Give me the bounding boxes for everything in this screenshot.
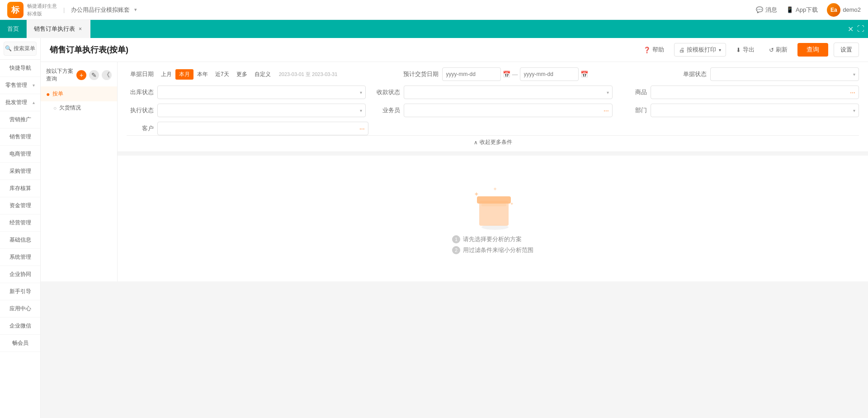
- refresh-btn[interactable]: ↺ 刷新: [764, 43, 792, 56]
- sidebar-label-inventory: 库存核算: [9, 185, 31, 192]
- tab-home[interactable]: 首页: [0, 20, 27, 38]
- dept-field: 部门 ▾: [620, 104, 859, 117]
- sidebar-item-member[interactable]: 畅会员: [0, 335, 40, 352]
- tab-sales-order[interactable]: 销售订单执行表 ×: [27, 20, 90, 38]
- svg-text:✦: ✦: [510, 201, 514, 206]
- exec-status-select[interactable]: [157, 104, 366, 117]
- sidebar-item-wholesale[interactable]: 批发管理 ▴: [0, 94, 40, 111]
- export-icon: ⬇: [736, 47, 741, 53]
- collapse-btn[interactable]: ∧ 收起更多条件: [127, 135, 859, 149]
- sidebar-label-sales: 销售管理: [9, 133, 31, 141]
- left-panel-layout: 按以下方案查询 + ✎ 《 ● 按单 ○ 欠货情况: [41, 62, 868, 281]
- calendar-icon-end[interactable]: 📅: [580, 71, 588, 78]
- sidebar-item-ecom[interactable]: 电商管理: [0, 146, 40, 163]
- out-status-select[interactable]: [157, 86, 366, 99]
- single-status-field: 单据状态 ▾: [679, 67, 859, 81]
- tab-close-btn[interactable]: ✕: [848, 25, 854, 33]
- app-download-btn[interactable]: 📱 App下载: [786, 6, 818, 14]
- sidebar-label-wholesale: 批发管理: [5, 99, 27, 106]
- date-tab-this-year[interactable]: 本年: [193, 69, 212, 80]
- salesperson-input[interactable]: [404, 104, 612, 117]
- filter-row-3: 执行状态 ▾ 业务员: [127, 104, 859, 117]
- sidebar-label-newguide: 新手引导: [9, 288, 31, 295]
- payment-status-select[interactable]: [404, 86, 612, 99]
- print-btn[interactable]: 🖨 按模板打印 ▾: [674, 43, 726, 57]
- tab-close-icon[interactable]: ×: [78, 25, 83, 33]
- sidebar-search-area: 🔍 搜索菜单: [0, 38, 40, 60]
- sidebar-item-quick-nav[interactable]: 快捷导航: [0, 60, 40, 77]
- exec-status-field: 执行状态 ▾: [127, 104, 366, 117]
- filter-row-1: 单据日期 上月 本月 本年 近7天 更多 自定义: [127, 67, 859, 81]
- dept-select[interactable]: [651, 104, 859, 117]
- empty-tip-text-1: 请先选择要分析的方案: [463, 235, 522, 243]
- scheme-add-btn[interactable]: +: [76, 70, 86, 80]
- tip-num-1: 1: [452, 235, 460, 243]
- user-profile[interactable]: Ea demo2: [827, 3, 861, 17]
- scheme-sub-debt[interactable]: ○ 欠货情况: [41, 101, 117, 114]
- date-tab-7days[interactable]: 近7天: [212, 69, 233, 80]
- empty-illustration: ✦ ✦ ✦: [470, 183, 515, 228]
- dept-control: ▾: [651, 104, 859, 117]
- date-tab-custom[interactable]: 自定义: [251, 69, 274, 80]
- sidebar-item-corpwechat[interactable]: 企业微信: [0, 318, 40, 335]
- retail-arrow-icon: ▾: [33, 83, 35, 88]
- sidebar-label-appcenter: 应用中心: [9, 305, 31, 313]
- nav-chevron-icon[interactable]: ▾: [134, 7, 137, 13]
- scheme-panel: 按以下方案查询 + ✎ 《 ● 按单 ○ 欠货情况: [41, 62, 118, 281]
- svg-rect-2: [477, 196, 511, 204]
- empty-tips: 1 请先选择要分析的方案 2 用过滤条件来缩小分析范围: [452, 235, 533, 254]
- sidebar-item-inventory[interactable]: 库存核算: [0, 180, 40, 197]
- sidebar-item-purchase[interactable]: 采购管理: [0, 163, 40, 180]
- single-status-label: 单据状态: [679, 70, 707, 78]
- search-menu-btn[interactable]: 🔍 搜索菜单: [4, 42, 37, 56]
- sidebar-item-sys[interactable]: 系统管理: [0, 249, 40, 266]
- dept-label: 部门: [620, 106, 647, 114]
- header-left: 标 畅捷通好生意 标准版 | 办公用品行业模拟账套 ▾: [7, 2, 137, 18]
- sidebar-label-marketing: 营销推广: [9, 116, 31, 124]
- help-btn[interactable]: ❓ 帮助: [639, 43, 669, 56]
- tab-controls: ✕ ⛶: [844, 20, 868, 38]
- svg-text:✦: ✦: [493, 186, 497, 192]
- export-btn[interactable]: ⬇ 导出: [731, 43, 759, 56]
- right-filters-data: 单据日期 上月 本月 本年 近7天 更多 自定义: [118, 62, 868, 281]
- out-status-label: 出库状态: [127, 88, 154, 96]
- sidebar-item-basic[interactable]: 基础信息: [0, 232, 40, 249]
- sidebar-label-quick-nav: 快捷导航: [9, 64, 31, 72]
- date-tab-last-month[interactable]: 上月: [157, 69, 175, 80]
- sidebar-item-finance[interactable]: 资金管理: [0, 197, 40, 214]
- tab-maximize-btn[interactable]: ⛶: [857, 25, 864, 33]
- sidebar-item-retail[interactable]: 零售管理 ▾: [0, 77, 40, 94]
- date-tab-more[interactable]: 更多: [233, 69, 251, 80]
- nav-title[interactable]: 办公用品行业模拟账套: [71, 6, 130, 14]
- date-field: 单据日期 上月 本月 本年 近7天 更多 自定义: [127, 69, 396, 80]
- delivery-date-end[interactable]: [520, 67, 579, 81]
- scheme-panel-header: 按以下方案查询 + ✎ 《: [41, 67, 117, 86]
- search-btn[interactable]: 查询: [797, 43, 828, 57]
- sidebar-item-newguide[interactable]: 新手引导: [0, 283, 40, 300]
- sidebar-item-corp[interactable]: 企业协同: [0, 266, 40, 283]
- customer-input[interactable]: [157, 122, 368, 135]
- sidebar-item-appcenter[interactable]: 应用中心: [0, 300, 40, 318]
- calendar-icon-start[interactable]: 📅: [503, 71, 510, 78]
- delivery-date-group: 📅 — 📅: [442, 67, 588, 81]
- sidebar-label-corpwechat: 企业微信: [9, 322, 31, 330]
- sidebar-item-ops[interactable]: 经营管理: [0, 214, 40, 232]
- message-btn[interactable]: 💬 消息: [756, 6, 777, 14]
- sidebar-label-sys: 系统管理: [9, 253, 31, 261]
- sidebar-item-sales[interactable]: 销售管理: [0, 128, 40, 146]
- delivery-date-start[interactable]: [442, 67, 501, 81]
- goods-input[interactable]: [651, 86, 859, 99]
- customer-field: 客户 ···: [127, 122, 368, 135]
- scheme-edit-btn[interactable]: ✎: [89, 70, 99, 80]
- press-order-icon: ●: [46, 90, 50, 98]
- print-label: 按模板打印: [687, 46, 716, 54]
- date-tab-this-month[interactable]: 本月: [175, 69, 193, 80]
- sidebar-item-marketing[interactable]: 营销推广: [0, 111, 40, 128]
- settings-btn[interactable]: 设置: [834, 43, 859, 57]
- single-status-control: ▾: [710, 67, 859, 81]
- single-status-select[interactable]: [710, 67, 859, 81]
- sidebar-label-ecom: 电商管理: [9, 150, 31, 158]
- scheme-collapse-btn[interactable]: 《: [102, 70, 112, 80]
- scheme-item-press-order[interactable]: ● 按单: [41, 86, 117, 101]
- debt-label: 欠货情况: [59, 104, 81, 112]
